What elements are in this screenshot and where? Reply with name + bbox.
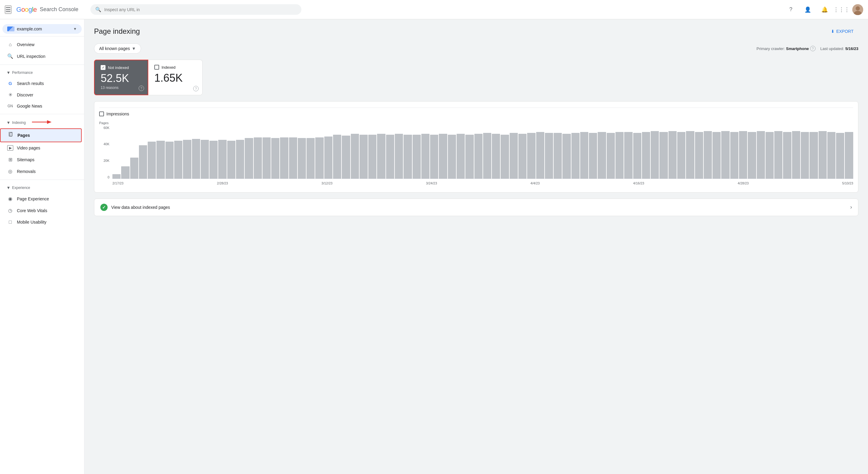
sidebar-item-discover[interactable]: ✳ Discover bbox=[0, 89, 82, 101]
chart-bar bbox=[792, 131, 800, 179]
property-selector[interactable]: example.com ▼ bbox=[2, 24, 82, 34]
chart-bar bbox=[651, 131, 659, 179]
indexed-card[interactable]: Indexed 1.65K ? bbox=[148, 60, 203, 95]
performance-section-label: Performance bbox=[12, 70, 33, 75]
chart-bar bbox=[827, 132, 835, 179]
sidebar-item-sitemaps[interactable]: ⊞ Sitemaps bbox=[0, 154, 82, 165]
chart-bar bbox=[801, 132, 809, 179]
not-indexed-checkbox[interactable] bbox=[101, 65, 105, 70]
primary-crawler-prefix: Primary crawler: bbox=[756, 46, 785, 51]
sidebar-item-label: Search results bbox=[17, 81, 44, 86]
not-indexed-label: Not indexed bbox=[108, 65, 129, 70]
chart-bar bbox=[474, 134, 483, 179]
indexing-section-header[interactable]: ▾ Indexing bbox=[0, 117, 84, 128]
indexed-value: 1.65K bbox=[154, 72, 196, 84]
chart-bar bbox=[527, 133, 535, 179]
chart-bar bbox=[113, 174, 121, 179]
manage-users-button[interactable]: 👤 bbox=[802, 4, 814, 16]
indexed-pages-link[interactable]: View data about indexed pages › bbox=[94, 198, 858, 216]
sidebar-item-overview[interactable]: ⌂ Overview bbox=[0, 39, 82, 50]
chart-bars bbox=[113, 126, 853, 179]
primary-crawler-value: Smartphone bbox=[786, 46, 809, 51]
not-indexed-sub: 13 reasons bbox=[101, 86, 142, 90]
stat-header: Not indexed bbox=[101, 65, 142, 70]
chart-container: Impressions Pages 60K 40K 20K 0 2/17/23 … bbox=[94, 101, 858, 193]
chart-bar bbox=[624, 132, 632, 179]
chart-bar bbox=[695, 132, 703, 179]
sidebar-item-removals[interactable]: ◎ Removals bbox=[0, 165, 82, 177]
x-tick: 3/12/23 bbox=[321, 181, 333, 185]
logo-o2: o bbox=[25, 6, 28, 13]
chart-bar bbox=[139, 145, 147, 179]
sidebar-item-google-news[interactable]: GN Google News bbox=[0, 101, 82, 112]
main-content: Page indexing ⬇ EXPORT All known pages ▼… bbox=[84, 19, 868, 474]
pages-filter-dropdown[interactable]: All known pages ▼ bbox=[94, 43, 141, 54]
help-icon[interactable]: ? bbox=[138, 86, 144, 91]
avatar[interactable] bbox=[852, 4, 863, 15]
google-news-icon: GN bbox=[7, 104, 13, 108]
logo-o1: o bbox=[22, 6, 25, 13]
search-input[interactable] bbox=[104, 7, 297, 12]
chart-bar bbox=[757, 131, 765, 179]
help-icon[interactable]: ? bbox=[810, 46, 815, 51]
sidebar-item-video-pages[interactable]: ▶ Video pages bbox=[0, 142, 82, 154]
sidebar-item-search-results[interactable]: G Search results bbox=[0, 78, 82, 89]
performance-section-header[interactable]: ▾ Performance bbox=[0, 67, 84, 78]
x-tick: 4/4/23 bbox=[530, 181, 540, 185]
help-button[interactable]: ? bbox=[785, 4, 797, 16]
chart-bar bbox=[245, 138, 253, 179]
export-button[interactable]: ⬇ EXPORT bbox=[826, 27, 858, 36]
sidebar-item-pages[interactable]: Pages bbox=[0, 128, 82, 142]
chart-bar bbox=[836, 133, 844, 179]
search-bar[interactable]: 🔍 bbox=[90, 4, 301, 15]
property-name: example.com bbox=[17, 27, 71, 31]
chart-x-axis: 2/17/23 2/28/23 3/12/23 3/24/23 4/4/23 4… bbox=[113, 180, 853, 186]
chart-bar bbox=[465, 135, 473, 179]
chart-bar bbox=[739, 131, 747, 179]
chart-y-axis: 60K 40K 20K 0 bbox=[99, 126, 111, 179]
divider bbox=[0, 36, 84, 36]
chart-bar bbox=[421, 134, 430, 179]
apps-button[interactable]: ⋮⋮⋮ bbox=[835, 4, 847, 16]
chart-bar bbox=[766, 132, 774, 179]
chart-bar bbox=[201, 140, 209, 179]
sidebar-item-core-web-vitals[interactable]: ◷ Core Web Vitals bbox=[0, 204, 82, 216]
page-header: Page indexing ⬇ EXPORT bbox=[94, 27, 858, 36]
chart-bar bbox=[748, 132, 756, 179]
sidebar-item-url-inspection[interactable]: 🔍 URL inspection bbox=[0, 50, 82, 62]
divider bbox=[0, 180, 84, 180]
stats-row: Not indexed 52.5K 13 reasons ? Indexed 1… bbox=[94, 60, 858, 95]
chart-bar bbox=[130, 158, 138, 179]
chart-bar bbox=[598, 132, 606, 179]
removals-icon: ◎ bbox=[7, 168, 13, 174]
help-icon[interactable]: ? bbox=[193, 86, 198, 91]
sidebar-item-page-experience[interactable]: ◉ Page Experience bbox=[0, 193, 82, 204]
menu-icon[interactable]: ☰ bbox=[5, 5, 11, 14]
chart-bar bbox=[510, 133, 518, 179]
chart-bar bbox=[669, 131, 677, 179]
chart-bar bbox=[642, 132, 650, 179]
stat-header: Indexed bbox=[154, 65, 196, 70]
chart-bar bbox=[712, 132, 721, 179]
chart-bar bbox=[704, 131, 712, 179]
experience-section-header[interactable]: ▾ Experience bbox=[0, 182, 84, 193]
chart-bar bbox=[818, 131, 827, 179]
not-indexed-card[interactable]: Not indexed 52.5K 13 reasons ? bbox=[94, 60, 148, 95]
indexed-checkbox[interactable] bbox=[154, 65, 159, 70]
chart-bar bbox=[121, 166, 129, 179]
chart-bar bbox=[271, 138, 279, 179]
sidebar-item-label: URL inspection bbox=[17, 54, 45, 59]
impressions-checkbox[interactable] bbox=[99, 112, 104, 116]
chart-bar bbox=[589, 133, 597, 179]
chart-bar bbox=[492, 134, 500, 179]
sidebar-item-label: Removals bbox=[17, 169, 36, 174]
x-tick: 2/17/23 bbox=[113, 181, 124, 185]
sidebar-item-mobile-usability[interactable]: □ Mobile Usability bbox=[0, 216, 82, 228]
notifications-button[interactable]: 🔔 bbox=[818, 4, 831, 16]
chart-bar bbox=[430, 135, 438, 179]
chart-bar bbox=[501, 135, 509, 179]
x-tick: 3/24/23 bbox=[426, 181, 437, 185]
sidebar-item-label: Core Web Vitals bbox=[17, 208, 47, 213]
chart-bar bbox=[218, 140, 226, 179]
sidebar: example.com ▼ ⌂ Overview 🔍 URL inspectio… bbox=[0, 19, 84, 474]
